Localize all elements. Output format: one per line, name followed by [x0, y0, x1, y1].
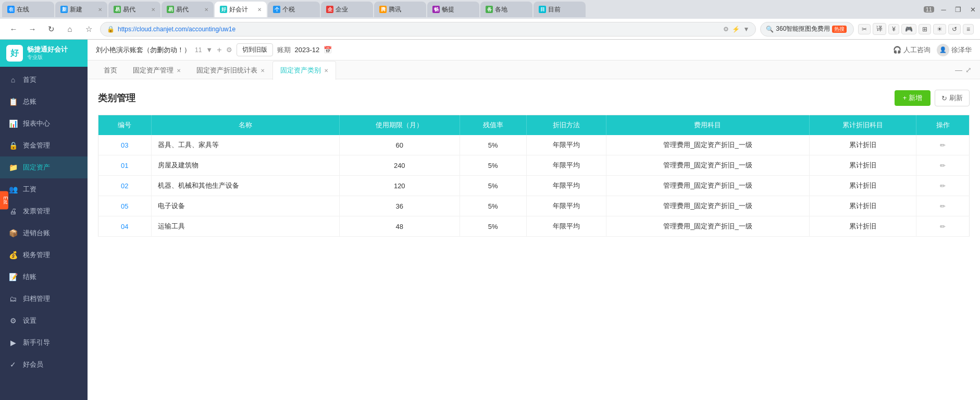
- content-tab-category[interactable]: 固定资产类别 ✕: [272, 61, 336, 80]
- window-close[interactable]: ✕: [967, 4, 978, 15]
- bookmark-button[interactable]: ☆: [81, 22, 96, 37]
- refresh-btn[interactable]: ↻ 刷新: [935, 90, 970, 106]
- sidebar-item-reports[interactable]: 📊 报表中心: [0, 113, 88, 135]
- browser-tab-t8[interactable]: 腾 腾讯: [374, 2, 426, 17]
- cell-code[interactable]: 04: [98, 216, 152, 237]
- browser-tab-t3[interactable]: 易 易代 ✕: [108, 2, 160, 17]
- cell-action[interactable]: ✏: [916, 176, 970, 196]
- table-header-操作: 操作: [916, 115, 970, 136]
- menu-label-archive: 归档管理: [23, 294, 50, 304]
- edit-icon[interactable]: ✏: [940, 182, 946, 190]
- switch-version-btn[interactable]: 切到旧版: [237, 43, 273, 56]
- browser-tab-t5[interactable]: 好 好会计 ✕: [215, 2, 267, 17]
- sidebar-item-archive[interactable]: 🗂 归档管理: [0, 288, 88, 310]
- sidebar-item-payroll[interactable]: 👥 工资: [0, 178, 88, 200]
- forward-button[interactable]: →: [25, 22, 40, 37]
- undo-tool[interactable]: ↺: [948, 24, 961, 34]
- edit-icon[interactable]: ✏: [940, 141, 946, 149]
- cell-action[interactable]: ✏: [916, 196, 970, 216]
- cell-action[interactable]: ✏: [916, 155, 970, 176]
- sidebar-item-fixed-assets[interactable]: 📁 固定资产: [0, 156, 88, 178]
- add-btn[interactable]: + 新增: [895, 90, 931, 106]
- edit-icon[interactable]: ✏: [940, 162, 946, 169]
- sidebar-item-settings[interactable]: ⚙ 设置: [0, 310, 88, 332]
- browser-tab-t11[interactable]: 目 目前: [534, 2, 586, 17]
- translate-tool[interactable]: 译: [873, 23, 886, 35]
- maximize-tab-window[interactable]: ⤢: [965, 66, 972, 74]
- window-minimize[interactable]: ─: [938, 4, 949, 15]
- content-tab-fixed-mgmt[interactable]: 固定资产管理 ✕: [125, 61, 189, 80]
- cell-expense: 管理费用_固定资产折旧_一级: [606, 155, 810, 176]
- content-tab-close-depreciation-stat[interactable]: ✕: [260, 68, 265, 74]
- user-info[interactable]: 👤 徐泽华: [937, 44, 972, 56]
- tab-close[interactable]: ✕: [204, 7, 208, 13]
- content-tab-label-home: 首页: [104, 66, 117, 75]
- refresh-button[interactable]: ↻: [44, 22, 58, 37]
- sidebar-item-guide[interactable]: ▶ 新手引导: [0, 332, 88, 354]
- sidebar-item-ledger[interactable]: 📋 总账: [0, 91, 88, 113]
- back-button[interactable]: ←: [6, 22, 21, 37]
- menu-label-help: 好会员: [23, 360, 43, 369]
- cell-residual: 5%: [460, 155, 526, 176]
- cell-code[interactable]: 03: [98, 135, 152, 155]
- game-tool[interactable]: 🎮: [901, 24, 916, 34]
- add-company-icon[interactable]: +: [217, 45, 221, 55]
- edit-icon[interactable]: ✏: [940, 223, 946, 231]
- menu-icon-reports: 📊: [8, 119, 18, 128]
- sidebar-item-closing[interactable]: 📝 结账: [0, 266, 88, 288]
- edit-icon[interactable]: ✏: [940, 202, 946, 210]
- url-flash-icon: ⚡: [732, 26, 740, 33]
- tab-close[interactable]: ✕: [98, 7, 102, 13]
- sidebar-item-inventory[interactable]: 📦 进销台账: [0, 222, 88, 244]
- minimize-tab-window[interactable]: —: [955, 66, 962, 74]
- content-tab-home[interactable]: 首页: [96, 61, 125, 80]
- sidebar-item-funds[interactable]: 🔒 资金管理: [0, 135, 88, 156]
- sun-tool[interactable]: ☀: [933, 24, 946, 34]
- menu-label-guide: 新手引导: [23, 338, 50, 347]
- tab-favicon: 好: [220, 6, 227, 13]
- content-tab-label-category: 固定资产类别: [280, 66, 321, 75]
- menu-label-fixed-assets: 固定资产: [23, 163, 50, 172]
- tab-close[interactable]: ✕: [151, 7, 155, 13]
- tab-close[interactable]: ✕: [257, 7, 262, 13]
- sidebar-item-invoices[interactable]: 🖨 发票管理: [0, 200, 88, 222]
- tab-favicon: 易: [114, 6, 121, 13]
- cell-code[interactable]: 02: [98, 176, 152, 196]
- cell-period: 240: [339, 155, 460, 176]
- dropdown-icon[interactable]: ▼: [206, 46, 213, 54]
- window-restore[interactable]: ❐: [953, 4, 963, 15]
- content-tab-depreciation-stat[interactable]: 固定资产折旧统计表 ✕: [189, 61, 272, 80]
- settings-icon[interactable]: ⚙: [226, 46, 232, 54]
- grid-tool[interactable]: ⊞: [919, 24, 931, 34]
- browser-tab-t10[interactable]: 各 各地: [480, 2, 532, 17]
- search-box[interactable]: 🔍 360智能抠图免费用 热搜: [760, 22, 854, 37]
- eat-badge[interactable]: Eat: [0, 191, 8, 209]
- menu-tool[interactable]: ≡: [963, 24, 974, 34]
- tab-title: 各地: [495, 5, 527, 14]
- browser-tab-t2[interactable]: 新 新建 ✕: [55, 2, 107, 17]
- url-text: https://cloud.chanjet.com/accounting/uw1…: [118, 26, 235, 33]
- tab-favicon: 在: [7, 6, 15, 13]
- scissors-tool[interactable]: ✂: [858, 24, 871, 34]
- browser-tab-t4[interactable]: 易 易代 ✕: [162, 2, 214, 17]
- user-avatar: 👤: [937, 44, 949, 56]
- support-btn[interactable]: 🎧 人工咨询: [893, 45, 931, 55]
- home-button[interactable]: ⌂: [63, 22, 77, 37]
- content-tab-close-fixed-mgmt[interactable]: ✕: [177, 68, 181, 74]
- browser-tab-t7[interactable]: 企 企业: [321, 2, 373, 17]
- url-dropdown[interactable]: ▼: [743, 26, 749, 33]
- coin-tool[interactable]: ¥: [888, 24, 899, 34]
- url-box[interactable]: 🔒 https://cloud.chanjet.com/accounting/u…: [100, 22, 756, 37]
- cell-action[interactable]: ✏: [916, 135, 970, 155]
- browser-tab-t9[interactable]: 畅 畅提: [427, 2, 479, 17]
- browser-tab-t1[interactable]: 在 在线: [2, 2, 54, 17]
- sidebar-item-help[interactable]: ✓ 好会员: [0, 354, 88, 375]
- sidebar-item-tax[interactable]: 💰 税务管理: [0, 244, 88, 266]
- cell-code[interactable]: 05: [98, 196, 152, 216]
- cell-action[interactable]: ✏: [916, 216, 970, 237]
- content-tab-close-category[interactable]: ✕: [324, 68, 328, 74]
- cell-code[interactable]: 01: [98, 155, 152, 176]
- calendar-icon[interactable]: 📅: [324, 46, 332, 54]
- sidebar-item-home[interactable]: ⌂ 首页: [0, 69, 88, 91]
- browser-tab-t6[interactable]: 个 个税: [268, 2, 320, 17]
